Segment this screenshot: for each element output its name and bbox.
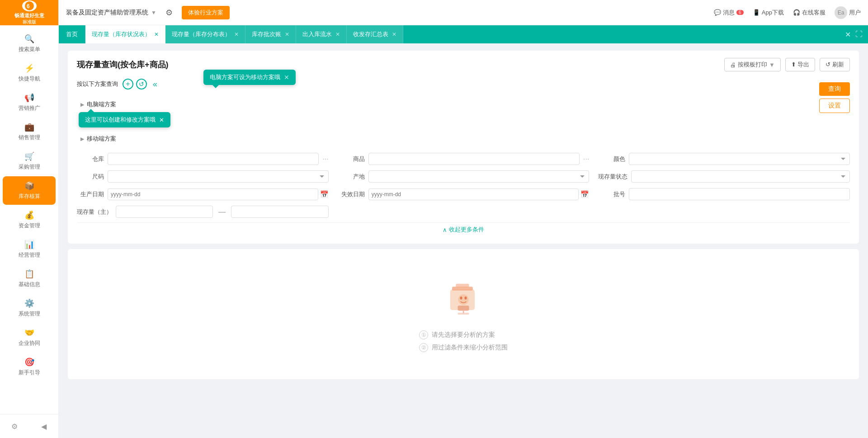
sidebar-item-sales[interactable]: 💼 销售管理 xyxy=(3,118,56,146)
sidebar-item-quicknav[interactable]: ⚡ 快捷导航 xyxy=(3,59,56,87)
svg-point-5 xyxy=(458,294,468,305)
sidebar-item-marketing[interactable]: 📢 营销推广 xyxy=(3,88,56,117)
tab-label: 收发存汇总表 xyxy=(353,30,388,38)
tab-summary[interactable]: 收发存汇总表 ✕ xyxy=(347,25,403,43)
tab-label: 现存量（库存状况表） xyxy=(92,30,151,38)
tab-close-summary[interactable]: ✕ xyxy=(392,31,396,38)
sidebar-item-management[interactable]: 📊 经营管理 xyxy=(3,235,56,264)
stock-main-min[interactable] xyxy=(116,206,213,218)
chevron-print-icon: ▼ xyxy=(769,61,775,68)
search-nav-icon: 🔍 xyxy=(24,34,34,44)
batch-input[interactable] xyxy=(629,188,850,200)
page-title: 现存量查询(按仓库+商品) xyxy=(77,59,169,70)
headset-icon: 🎧 xyxy=(793,9,800,16)
svg-text:6: 6 xyxy=(27,3,30,9)
svg-rect-4 xyxy=(456,284,469,287)
origin-select[interactable] xyxy=(368,170,590,183)
tab-close-batch[interactable]: ✕ xyxy=(285,31,289,38)
sidebar-item-enterprise[interactable]: 🤝 企业协同 xyxy=(3,323,56,352)
tooltip2-close[interactable]: ✕ xyxy=(159,117,164,123)
expire-date-calendar-icon[interactable]: 📅 xyxy=(580,190,589,198)
sidebar-bottom: ⚙ ◀ xyxy=(0,414,58,438)
warehouse-filter-row: 仓库 ··· xyxy=(77,153,329,165)
tab-label: 库存批次账 xyxy=(252,30,281,38)
system-title-text: 装备及固定资产辅助管理系统 xyxy=(66,9,148,17)
tab-close-all-btn[interactable]: ✕ xyxy=(845,30,851,39)
warehouse-input[interactable] xyxy=(108,153,319,165)
warehouse-more-btn[interactable]: ··· xyxy=(322,155,328,163)
stock-main-label: 现存量（主） xyxy=(77,208,112,216)
stock-main-max[interactable] xyxy=(231,206,328,218)
sidebar-item-label: 搜索菜单 xyxy=(19,46,40,53)
sidebar-item-label: 资金管理 xyxy=(19,222,40,230)
tab-inventory-status[interactable]: 现存量（库存状况表） ✕ xyxy=(85,25,165,43)
prod-date-start[interactable] xyxy=(108,188,318,200)
filter-bar: 按以下方案查询 + ↺ « xyxy=(77,79,850,89)
sales-icon: 💼 xyxy=(24,122,34,132)
empty-state: ① 请先选择要分析的方案 ② 用过滤条件来缩小分析范围 xyxy=(68,249,859,379)
refresh-button[interactable]: ↺ 刷新 xyxy=(820,58,850,71)
app-download-item[interactable]: 📱 App下载 xyxy=(753,9,784,17)
product-more-btn[interactable]: ··· xyxy=(583,155,589,163)
scheme-arrow-icon-mobile: ▶ xyxy=(80,136,84,142)
expire-date-start[interactable] xyxy=(368,188,579,200)
tab-home[interactable]: 首页 xyxy=(59,25,85,43)
sidebar-item-purchase[interactable]: 🛒 采购管理 xyxy=(3,147,56,175)
query-action-area: 查询 设置 xyxy=(819,82,850,113)
export-button[interactable]: ⬆ 导出 xyxy=(785,58,816,71)
sidebar-item-finance[interactable]: 💰 资金管理 xyxy=(3,206,56,234)
chevron-up-icon: ∧ xyxy=(443,226,447,233)
scheme-item-pc[interactable]: ▶ 电脑端方案 xyxy=(77,99,850,110)
phone-icon: 📱 xyxy=(753,9,760,16)
scheme-list: ▶ 电脑端方案 这里可以创建和修改方案哦 ✕ ▶ 移动端方案 xyxy=(77,95,850,148)
sidebar-item-system[interactable]: ⚙️ 系统管理 xyxy=(3,294,56,322)
settings-bottom-btn[interactable]: ⚙ xyxy=(7,419,22,433)
query-button[interactable]: 查询 xyxy=(819,82,850,96)
sidebar-item-search[interactable]: 🔍 搜索菜单 xyxy=(3,29,56,58)
user-label: 用户 xyxy=(849,9,861,17)
tab-inventory-distribution[interactable]: 现存量（库存分布表） ✕ xyxy=(165,25,245,43)
page-title-actions: 🖨 按模板打印 ▼ ⬆ 导出 ↺ 刷新 xyxy=(724,58,850,71)
color-select[interactable] xyxy=(629,153,850,165)
sidebar-item-label: 销售管理 xyxy=(19,134,40,141)
filter-bar-label: 按以下方案查询 xyxy=(77,80,118,88)
filter-prev-button[interactable]: « xyxy=(150,79,160,89)
collapse-row[interactable]: ∧ 收起更多条件 xyxy=(77,222,850,236)
prod-date-calendar-icon[interactable]: 📅 xyxy=(320,190,329,198)
sidebar: 6 畅通道好生意 标准版 🔍 搜索菜单 ⚡ 快捷导航 📢 营销推广 💼 销售管理… xyxy=(0,0,59,438)
scheme-item-mobile[interactable]: ▶ 移动端方案 xyxy=(77,133,850,145)
stock-dash: — xyxy=(218,208,226,216)
print-button[interactable]: 🖨 按模板打印 ▼ xyxy=(724,58,781,71)
tab-close-inventory-status[interactable]: ✕ xyxy=(154,31,159,38)
filter-actions: + ↺ « xyxy=(123,79,160,89)
product-input[interactable] xyxy=(368,153,580,165)
tab-fullscreen-btn[interactable]: ⛶ xyxy=(855,30,863,38)
sidebar-item-inventory[interactable]: 📦 库存核算 xyxy=(3,176,56,205)
collapse-sidebar-btn[interactable]: ◀ xyxy=(37,419,51,433)
tooltip1-close[interactable]: ✕ xyxy=(284,74,289,81)
sidebar-item-basic[interactable]: 📋 基础信息 xyxy=(3,264,56,293)
experience-industry-button[interactable]: 体验行业方案 xyxy=(182,6,230,19)
app-name: 畅通道好生意 xyxy=(14,13,44,18)
settings-button[interactable]: ⚙ xyxy=(162,5,176,20)
batch-label: 批号 xyxy=(598,190,625,198)
tab-close-flow[interactable]: ✕ xyxy=(335,31,340,38)
sidebar-nav: 🔍 搜索菜单 ⚡ 快捷导航 📢 营销推广 💼 销售管理 🛒 采购管理 📦 库存核… xyxy=(0,25,58,414)
online-support-item[interactable]: 🎧 在线客服 xyxy=(793,9,826,17)
scheme-arrow-icon: ▶ xyxy=(80,102,84,108)
reset-button[interactable]: 设置 xyxy=(819,99,850,113)
user-item[interactable]: Ea 用户 xyxy=(835,6,861,19)
tab-inout-flow[interactable]: 出入库流水 ✕ xyxy=(296,25,347,43)
size-select[interactable] xyxy=(108,170,329,183)
tab-close-inventory-dist[interactable]: ✕ xyxy=(234,31,239,38)
newbie-icon: 🎯 xyxy=(24,357,34,367)
notification-item[interactable]: 💬 消息 6 xyxy=(714,9,744,17)
stock-status-select[interactable] xyxy=(631,170,850,183)
sidebar-item-newbie[interactable]: 🎯 新手引导 xyxy=(3,353,56,381)
tab-batch-account[interactable]: 库存批次账 ✕ xyxy=(245,25,296,43)
system-icon: ⚙️ xyxy=(24,298,34,308)
main-area: 装备及固定资产辅助管理系统 ▼ ⚙ 体验行业方案 💬 消息 6 📱 App下载 … xyxy=(59,0,868,438)
sidebar-item-label: 经营管理 xyxy=(19,251,40,259)
filter-add-button[interactable]: + xyxy=(123,79,133,89)
filter-reset-button[interactable]: ↺ xyxy=(136,79,147,89)
